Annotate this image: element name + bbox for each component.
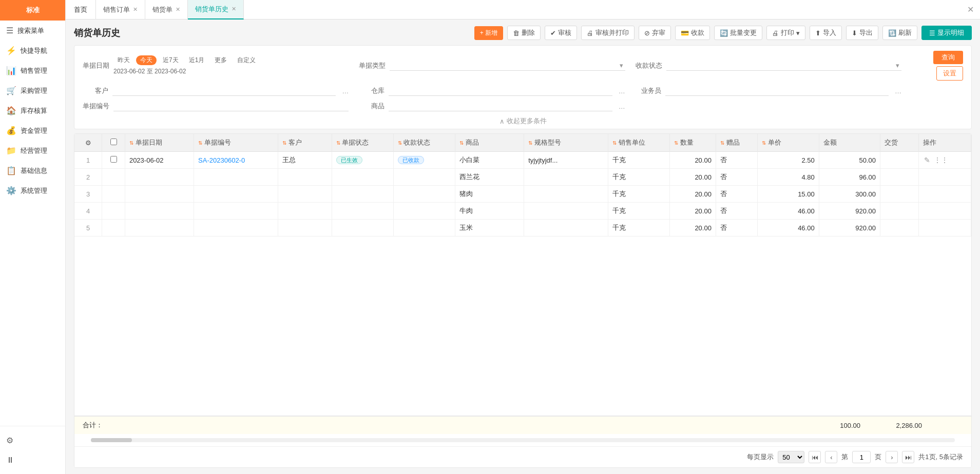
doc-num-link[interactable]: SA-20230602-0: [198, 156, 245, 164]
doc-type-input[interactable]: [390, 61, 617, 70]
cell-cb[interactable]: [102, 152, 125, 169]
prev-page-button[interactable]: ‹: [825, 451, 837, 463]
audit-button[interactable]: ✔ 审核: [545, 26, 577, 40]
pay-status-dropdown-icon[interactable]: ▾: [894, 62, 901, 69]
sort-spec-icon[interactable]: ⇅: [528, 140, 532, 146]
sort-pay-icon[interactable]: ⇅: [398, 140, 402, 146]
sort-date-icon[interactable]: ⇅: [129, 140, 133, 146]
sort-qty-icon[interactable]: ⇅: [674, 140, 678, 146]
sort-unit-icon[interactable]: ⇅: [612, 140, 617, 146]
warehouse-more-icon[interactable]: …: [619, 87, 625, 95]
abandon-button[interactable]: ⊘ 弃审: [639, 26, 671, 40]
th-settings[interactable]: ⚙: [74, 134, 102, 152]
edit-action-button[interactable]: ✎: [924, 156, 930, 164]
delete-icon: 🗑: [513, 29, 520, 37]
tab-sales-history[interactable]: 销货单历史✕: [188, 0, 244, 19]
export-button[interactable]: ⬇ 导出: [846, 26, 878, 40]
sidebar-item-label: 资金管理: [21, 126, 47, 135]
batch-change-button[interactable]: 🔄 批量变更: [714, 26, 762, 40]
table-row: 4 牛肉 千克 20.00 否 46.00 920.00: [74, 203, 971, 220]
collect-button[interactable]: 💳 收款: [675, 26, 710, 40]
sort-num-icon[interactable]: ⇅: [198, 140, 202, 146]
sort-cust-icon[interactable]: ⇅: [282, 140, 286, 146]
cell-customer: 王总: [278, 152, 332, 169]
sidebar-item-finance[interactable]: 💰 资金管理: [0, 121, 65, 141]
sidebar-item-operations[interactable]: 📁 经营管理: [0, 141, 65, 161]
sidebar-item-basic-info[interactable]: 📋 基础信息: [0, 161, 65, 181]
summary-amount-value: 2,286.00: [891, 422, 953, 429]
doc-type-dropdown-icon[interactable]: ▾: [618, 62, 625, 69]
cell-action: [918, 186, 971, 203]
cell-cb[interactable]: [102, 203, 125, 220]
th-unit: ⇅ 销售单位: [608, 134, 670, 152]
salesperson-more-icon[interactable]: …: [895, 87, 901, 95]
cell-spec: [524, 169, 608, 186]
more-action-button[interactable]: ⋮⋮: [934, 156, 948, 164]
sidebar-item-inventory[interactable]: 🏠 库存核算: [0, 101, 65, 121]
salesperson-input[interactable]: [665, 86, 889, 96]
new-button[interactable]: + 新增: [474, 26, 503, 40]
cell-cb[interactable]: [102, 220, 125, 236]
sort-goods-icon[interactable]: ⇅: [459, 140, 464, 146]
goods-more-icon[interactable]: …: [619, 103, 625, 110]
first-page-button[interactable]: ⏮: [809, 451, 821, 463]
cell-date: [125, 186, 194, 203]
last-page-button[interactable]: ⏭: [902, 451, 914, 463]
close-all-tabs-button[interactable]: ✕: [961, 5, 980, 14]
tab-sales-delivery[interactable]: 销货单✕: [145, 0, 188, 19]
page-number-input[interactable]: [852, 451, 871, 463]
scroll-track[interactable]: [91, 438, 955, 442]
customer-input[interactable]: [112, 86, 336, 96]
sidebar-item-sys-mgmt[interactable]: ⚙️ 系统管理: [0, 181, 65, 201]
delete-button[interactable]: 🗑 删除: [507, 26, 541, 40]
customer-more-icon[interactable]: …: [342, 87, 349, 95]
row-checkbox[interactable]: [110, 156, 117, 163]
th-date: ⇅ 单据日期: [125, 134, 194, 152]
sidebar-item-sales-mgmt[interactable]: 📊 销售管理: [0, 61, 65, 81]
audit-print-button[interactable]: 🖨 审核并打印: [581, 26, 635, 40]
tab-close-icon[interactable]: ✕: [176, 6, 180, 13]
chevron-up-icon: ∧: [499, 117, 505, 125]
doc-no-input[interactable]: [113, 101, 349, 111]
sidebar-item-bottom-1[interactable]: ⚙: [0, 430, 65, 450]
settings-button[interactable]: 设置: [936, 66, 963, 81]
toolbar: + 新增 🗑 删除 ✔ 审核 🖨 审核并打印 ⊘ 弃审: [474, 26, 972, 40]
scroll-thumb[interactable]: [91, 438, 132, 442]
collapse-button[interactable]: ∧ 收起更多条件: [83, 116, 963, 126]
page-title: 销货单历史: [74, 27, 120, 39]
query-button[interactable]: 查询: [933, 51, 963, 64]
date-pill-more[interactable]: 更多: [210, 55, 231, 65]
tab-sales-order[interactable]: 销售订单✕: [96, 0, 145, 19]
sort-status-icon[interactable]: ⇅: [336, 140, 340, 146]
date-pill-7days[interactable]: 近7天: [159, 55, 183, 65]
date-pill-today[interactable]: 今天: [136, 55, 157, 65]
tab-bar: 首页销售订单✕销货单✕销货单历史✕ ✕: [66, 0, 980, 19]
tab-close-icon[interactable]: ✕: [232, 6, 236, 12]
tab-close-icon[interactable]: ✕: [133, 6, 138, 13]
date-pill-1month[interactable]: 近1月: [185, 55, 209, 65]
import-button[interactable]: ⬆ 导入: [810, 26, 842, 40]
refresh-button[interactable]: 🔃 刷新: [882, 26, 917, 40]
next-page-button[interactable]: ›: [886, 451, 898, 463]
sidebar-item-bottom-2[interactable]: ⏸: [0, 450, 65, 470]
goods-input[interactable]: [389, 101, 612, 111]
print-button[interactable]: 🖨 打印 ▾: [766, 26, 805, 40]
date-pill-yesterday[interactable]: 昨天: [113, 55, 134, 65]
pay-status-input[interactable]: [666, 61, 894, 70]
cell-cb[interactable]: [102, 186, 125, 203]
sidebar-item-quick-nav[interactable]: ⚡ 快捷导航: [0, 41, 65, 61]
th-checkbox[interactable]: [102, 134, 125, 152]
cell-qty: 20.00: [670, 169, 716, 186]
per-page-select[interactable]: 50 100 200: [778, 451, 804, 463]
sidebar-item-search-menu[interactable]: ☰ 搜索菜单: [0, 21, 65, 41]
cell-cb[interactable]: [102, 169, 125, 186]
warehouse-input[interactable]: [389, 86, 612, 96]
quick-nav-icon: ⚡: [6, 46, 16, 55]
sort-gift-icon[interactable]: ⇅: [720, 140, 724, 146]
select-all-checkbox[interactable]: [110, 139, 117, 145]
sidebar-item-purchase-mgmt[interactable]: 🛒 采购管理: [0, 81, 65, 101]
sort-price-icon[interactable]: ⇅: [762, 140, 766, 146]
show-detail-button[interactable]: ☰ 显示明细: [921, 26, 972, 40]
date-pill-custom[interactable]: 自定义: [233, 55, 260, 65]
tab-home[interactable]: 首页: [66, 0, 96, 19]
